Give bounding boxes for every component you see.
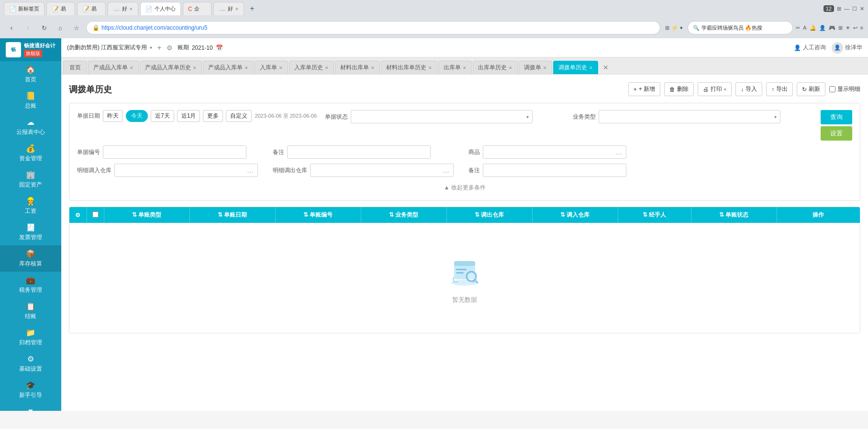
sidebar-logo: 畅 畅捷通好会计 旗舰版 [0, 38, 61, 61]
query-btn[interactable]: 查询 [821, 110, 852, 124]
date-btn-1month[interactable]: 近1月 [177, 110, 200, 122]
refresh-browser-btn[interactable]: ↻ [37, 21, 51, 34]
tab-close-all[interactable]: ✕ [599, 61, 612, 74]
collapse-btn[interactable]: ▲ 收起更多条件 [77, 182, 852, 194]
address-input[interactable]: 🔒 https://cloud.chanjet.com/accounting/u… [86, 21, 660, 34]
avatar-icon: 👤 [832, 42, 843, 54]
sidebar-item-fixed-assets[interactable]: 🏢固定资产 [0, 166, 61, 193]
tab-outbound[interactable]: 出库单✕ [438, 61, 472, 74]
period-selector[interactable]: 账期 2021-10 📅 [178, 44, 223, 52]
order-no-input[interactable] [103, 145, 246, 159]
tab-material-out-history[interactable]: 材料出库单历史✕ [381, 61, 437, 74]
delete-btn[interactable]: 🗑删除 [664, 82, 694, 96]
date-btn-today[interactable]: 今天 [126, 110, 148, 122]
user-avatar[interactable]: 👤 徐泽华 [832, 42, 862, 54]
th-settings[interactable]: ⚙ [69, 207, 87, 223]
th-status[interactable]: ⇅ 单账状态 [691, 207, 777, 223]
remark-input[interactable] [483, 164, 626, 177]
tab-product-in[interactable]: 产成品入库单✕ [88, 61, 139, 74]
browser-tab-6[interactable]: ☁️好✕ [213, 2, 244, 15]
select-all-checkbox[interactable] [92, 211, 99, 218]
filter-area: 单据日期 昨天 今天 近7天 近1月 更多 自定义 2023-06-06 至 2… [69, 103, 860, 201]
note-input[interactable] [287, 145, 431, 159]
detail-out-dots-icon[interactable]: … [443, 166, 449, 174]
sidebar-item-ledger[interactable]: 📒总账 [0, 88, 61, 114]
biz-type-select[interactable] [599, 110, 780, 123]
date-btn-yesterday[interactable]: 昨天 [103, 110, 123, 122]
date-btn-more[interactable]: 更多 [203, 110, 223, 122]
display-detail-checkbox-wrapper[interactable]: 显示明细 [829, 85, 860, 93]
tab-home[interactable]: 首页 [63, 61, 87, 74]
print-btn[interactable]: 🖨打印▾ [698, 82, 732, 96]
th-biz-type[interactable]: ⇅ 业务类型 [361, 207, 446, 223]
detail-out-label: 明细调出仓库 [273, 166, 307, 175]
tab-outbound-history[interactable]: 出库单历史✕ [473, 61, 518, 74]
page-body: 调拨单历史 ++ 新增 🗑删除 🖨打印▾ ↓导入 ↑导出 [61, 75, 868, 411]
remark-label: 备注 [468, 166, 480, 175]
support-btn[interactable]: 👤 人工咨询 [794, 44, 826, 52]
detail-out-input[interactable] [314, 167, 443, 174]
sidebar-item-member[interactable]: ♥畅会员 [0, 403, 61, 411]
browser-tab-5[interactable]: C企 [183, 2, 211, 15]
company-selector[interactable]: (勿删勿禁用) 江西服宝测试专用 ▾ [67, 44, 152, 52]
th-type[interactable]: ⇅ 单账类型 [104, 207, 189, 223]
maximize-icon[interactable]: ☐ [852, 6, 857, 12]
logo-sub: 旗舰版 [24, 50, 42, 57]
tab-transfer-history[interactable]: 调拨单历史✕ [553, 61, 598, 74]
browser-tab-2[interactable]: 📝易 [46, 2, 75, 15]
import-btn[interactable]: ↓导入 [735, 82, 762, 96]
sidebar-item-invoice[interactable]: 🧾发票管理 [0, 219, 61, 245]
sidebar-item-guide[interactable]: 🎓新手引导 [0, 377, 61, 403]
tab-transfer[interactable]: 调拨单✕ [519, 61, 552, 74]
empty-state: 暂无数据 [69, 252, 860, 304]
close-icon[interactable]: ✕ [860, 6, 864, 12]
settings-btn[interactable]: ⚙ [167, 44, 173, 52]
tab-product-in-history[interactable]: 产成品入库单历史✕ [140, 61, 202, 74]
detail-in-input[interactable] [119, 167, 247, 174]
browser-search-box[interactable]: 🔍 学霸应聘场驱鸟员 🔥热搜 [688, 21, 793, 34]
new-btn[interactable]: ++ 新增 [628, 82, 660, 96]
sidebar-item-archive[interactable]: 📁归档管理 [0, 324, 61, 351]
export-btn[interactable]: ↑导出 [766, 82, 793, 96]
sidebar-item-fund[interactable]: 💰资金管理 [0, 140, 61, 166]
date-btn-custom[interactable]: 自定义 [226, 110, 252, 122]
detail-in-dots-icon[interactable]: … [247, 166, 254, 174]
browser-tab-4[interactable]: ☁️好✕ [108, 2, 138, 15]
settings-filter-btn[interactable]: 设置 [821, 126, 852, 141]
new-tab-btn[interactable]: + [246, 2, 258, 15]
browser-tab[interactable]: 📄新标签页 [4, 2, 45, 15]
browser-tab-3[interactable]: 📝易 [77, 2, 106, 15]
home-btn[interactable]: ⌂ [54, 21, 67, 34]
tab-inbound[interactable]: 入库单✕ [255, 61, 288, 74]
goods-input[interactable] [487, 149, 615, 155]
th-in-warehouse[interactable]: ⇅ 调入仓库 [532, 207, 618, 223]
extensions-icon[interactable]: ⊞ [837, 6, 841, 12]
tab-product-in-2[interactable]: 产成品入库单✕ [203, 61, 254, 74]
bookmark-btn[interactable]: ☆ [70, 21, 83, 34]
sidebar-item-tax[interactable]: 💼税务管理 [0, 272, 61, 298]
th-handler[interactable]: ⇅ 经手人 [618, 207, 691, 223]
minimize-icon[interactable]: — [844, 6, 849, 11]
add-company-btn[interactable]: + [157, 44, 161, 52]
th-no[interactable]: ⇅ 单账编号 [275, 207, 361, 223]
sidebar-item-cloud-report[interactable]: ☁云报表中心 [0, 114, 61, 140]
sidebar-item-inventory[interactable]: 📦库存核算 [0, 245, 61, 272]
forward-btn[interactable]: › [21, 21, 34, 34]
th-checkbox[interactable] [87, 207, 104, 223]
order-no-label: 单据编号 [77, 148, 100, 156]
sidebar-item-basic-settings[interactable]: ⚙基础设置 [0, 351, 61, 377]
th-date[interactable]: ⇅ 单账日期 [189, 207, 275, 223]
goods-dots-icon[interactable]: … [615, 148, 622, 156]
status-select[interactable] [351, 110, 533, 123]
sidebar-item-closing[interactable]: 📋结账 [0, 298, 61, 324]
back-btn[interactable]: ‹ [5, 21, 18, 34]
sidebar-item-home[interactable]: 🏠首页 [0, 61, 61, 88]
display-detail-checkbox[interactable] [829, 86, 835, 92]
sidebar-item-salary[interactable]: 👷工资 [0, 193, 61, 219]
date-btn-7days[interactable]: 近7天 [151, 110, 174, 122]
tab-material-out[interactable]: 材料出库单✕ [335, 61, 380, 74]
tab-inbound-history[interactable]: 入库单历史✕ [289, 61, 334, 74]
th-out-warehouse[interactable]: ⇅ 调出仓库 [446, 207, 532, 223]
refresh-btn[interactable]: ↻刷新 [797, 82, 825, 96]
browser-tab-active[interactable]: 📄个人中心 [140, 2, 181, 15]
